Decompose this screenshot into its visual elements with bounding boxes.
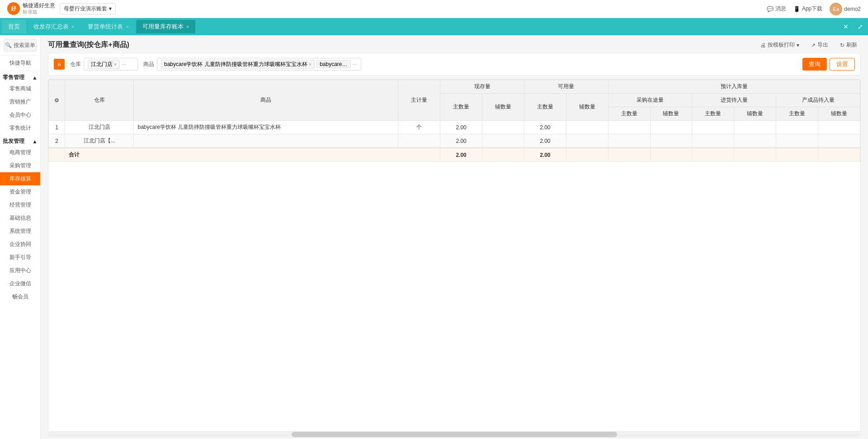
newbie-label: 新手引导 — [9, 254, 31, 260]
product-more-dots[interactable]: ··· — [353, 61, 357, 67]
col-inbound-main: 主数量 — [692, 107, 734, 121]
user-menu[interactable]: Ea demo2 — [830, 3, 861, 15]
warehouse-tag-text: 江北门店 — [91, 61, 113, 68]
product-tag2: babycare… — [316, 60, 350, 68]
sidebar-item-newbie[interactable]: 新手引导 — [0, 251, 40, 264]
cell-unit — [398, 134, 440, 148]
sidebar-item-enterprise[interactable]: 企业协同 — [0, 238, 40, 251]
product-tag2-text: babycare… — [320, 61, 347, 67]
sidebar-item-inventory[interactable]: 库存核算 — [0, 172, 40, 185]
sidebar-item-finance[interactable]: 资金管理 — [0, 185, 40, 198]
tab-available-stock-label: 可用量库存账本 — [142, 23, 184, 31]
col-inbound-header: 进货待入量 — [692, 94, 776, 107]
wechat-label: 企业微信 — [9, 280, 31, 287]
logo-text: 畅捷通好生意 — [23, 2, 55, 9]
sidebar-item-operations[interactable]: 经营管理 — [0, 198, 40, 212]
app-download-button[interactable]: 📱 App下载 — [793, 5, 822, 13]
sidebar-item-app-center[interactable]: 应用中心 — [0, 264, 40, 277]
total-current-aux — [482, 148, 524, 162]
sidebar-item-marketing[interactable]: 营销推广 — [0, 95, 40, 109]
page-actions: 🖨 按模板打印 ▾ ↗ 导出 ↻ 刷新 — [757, 40, 861, 50]
warehouse-filter-label: 仓库 — [70, 61, 81, 68]
sidebar-item-ecommerce[interactable]: 电商管理 — [0, 146, 40, 159]
arrow-icon2: ▲ — [32, 138, 38, 145]
export-label: 导出 — [817, 41, 828, 49]
industry-label: 母婴行业演示账套 — [64, 5, 107, 13]
arrow-icon: ▲ — [32, 75, 38, 81]
page-title: 可用量查询(按仓库+商品) — [48, 40, 129, 50]
sidebar-section-retail[interactable]: 零售管理 ▲ — [0, 71, 40, 82]
tab-receive-send[interactable]: 收发存汇总表 × — [27, 20, 80, 33]
message-button[interactable]: 💬 消息 — [767, 5, 786, 13]
main-layout: 🔍 搜索菜单 快捷导航 零售管理 ▲ 零售商城 营销推广 会员中心 零售统计 批… — [0, 35, 868, 439]
filter-expand-button[interactable]: » — [54, 59, 65, 70]
total-purchase-main — [608, 148, 650, 162]
sidebar-section-wholesale[interactable]: 批发管理 ▲ — [0, 135, 40, 146]
tab-home[interactable]: 首页 — [2, 20, 26, 33]
tab-close-icon2[interactable]: × — [126, 24, 128, 29]
logo-area: 好 畅捷通好生意 标准版 — [7, 2, 55, 15]
close-window-button[interactable]: ✕ — [840, 21, 852, 33]
cell-available-main: 2.00 — [524, 134, 566, 148]
top-bar-right: 💬 消息 📱 App下载 Ea demo2 — [767, 3, 861, 15]
query-button[interactable]: 查询 — [802, 58, 827, 71]
refresh-icon: ↻ — [840, 42, 844, 48]
maximize-button[interactable]: ⤢ — [854, 21, 866, 33]
product-input[interactable]: babycare学饮杯 儿童防摔防撞吸管杯重力球吸嘴杯宝宝水杯 × babyca… — [157, 58, 361, 71]
tab-available-stock[interactable]: 可用量库存账本 × — [136, 20, 195, 33]
app-center-label: 应用中心 — [9, 267, 31, 274]
page-header: 可用量查询(按仓库+商品) 🖨 按模板打印 ▾ ↗ 导出 ↻ 刷新 — [41, 35, 868, 53]
sidebar-item-quick-nav[interactable]: 快捷导航 — [0, 56, 40, 71]
tab-close-icon3[interactable]: × — [186, 24, 189, 29]
print-button[interactable]: 🖨 按模板打印 ▾ — [757, 40, 803, 50]
sidebar-item-retail-mall[interactable]: 零售商城 — [0, 82, 40, 95]
cell-current-aux — [482, 134, 524, 148]
cell-warehouse: 江北门店 — [65, 121, 134, 134]
product-tag1-text: babycare学饮杯 儿童防摔防撞吸管杯重力球吸嘴杯宝宝水杯 — [164, 61, 307, 68]
col-purchase-aux: 辅数量 — [650, 107, 692, 121]
enterprise-label: 企业协同 — [9, 241, 31, 247]
search-menu-button[interactable]: 🔍 搜索菜单 — [4, 39, 37, 52]
chevron-print-icon: ▾ — [797, 42, 799, 48]
col-available-main: 主数量 — [524, 94, 566, 121]
refresh-button[interactable]: ↻ 刷新 — [836, 40, 861, 50]
top-bar-left: 好 畅捷通好生意 标准版 母婴行业演示账套 ▾ — [7, 2, 116, 15]
sidebar-item-system[interactable]: 系统管理 — [0, 225, 40, 238]
sidebar-item-wechat[interactable]: 企业微信 — [0, 277, 40, 290]
horizontal-scrollbar[interactable] — [48, 432, 861, 437]
inventory-label: 库存核算 — [9, 175, 31, 182]
quick-nav-label: 快捷导航 — [9, 59, 31, 67]
tab-order-stats[interactable]: 要货单统计表 × — [81, 20, 135, 33]
col-product-header: 商品 — [134, 80, 398, 121]
industry-selector[interactable]: 母婴行业演示账套 ▾ — [60, 3, 116, 14]
logo-text-group: 畅捷通好生意 标准版 — [23, 2, 55, 15]
sidebar-item-retail-stats[interactable]: 零售统计 — [0, 122, 40, 135]
top-bar: 好 畅捷通好生意 标准版 母婴行业演示账套 ▾ 💬 消息 📱 App下载 Ea … — [0, 0, 868, 18]
cell-current-main: 2.00 — [440, 134, 482, 148]
export-button[interactable]: ↗ 导出 — [807, 40, 832, 50]
scrollbar-thumb[interactable] — [292, 432, 617, 437]
warehouse-input[interactable]: 江北门店 × ··· — [84, 58, 138, 71]
total-inbound-aux — [734, 148, 776, 162]
cell-production-main — [776, 134, 818, 148]
ecommerce-label: 电商管理 — [9, 149, 31, 156]
tab-close-icon[interactable]: × — [71, 24, 74, 29]
content-area: 可用量查询(按仓库+商品) 🖨 按模板打印 ▾ ↗ 导出 ↻ 刷新 » — [41, 35, 868, 439]
col-available-aux: 辅数量 — [566, 94, 608, 121]
system-label: 系统管理 — [9, 228, 31, 234]
cell-inbound-aux — [734, 134, 776, 148]
product-tag1-remove[interactable]: × — [309, 61, 311, 67]
sidebar-item-member2[interactable]: 畅会员 — [0, 290, 40, 303]
settings-button[interactable]: 设置 — [830, 58, 855, 71]
col-gear: ⚙ — [49, 80, 65, 121]
nav-tabs-right: ✕ ⤢ — [840, 21, 866, 33]
sidebar-item-member[interactable]: 会员中心 — [0, 109, 40, 122]
total-label-cell — [49, 148, 65, 162]
col-inbound-aux: 辅数量 — [734, 107, 776, 121]
cell-product: babycare学饮杯 儿童防摔防撞吸管杯重力球吸嘴杯宝宝水杯 — [134, 121, 398, 134]
sidebar-item-basic-info[interactable]: 基础信息 — [0, 212, 40, 225]
col-forecast-header: 预计入库量 — [608, 80, 860, 94]
warehouse-more-dots[interactable]: ··· — [122, 61, 126, 67]
warehouse-tag-remove[interactable]: × — [114, 61, 117, 67]
sidebar-item-purchase[interactable]: 采购管理 — [0, 159, 40, 172]
